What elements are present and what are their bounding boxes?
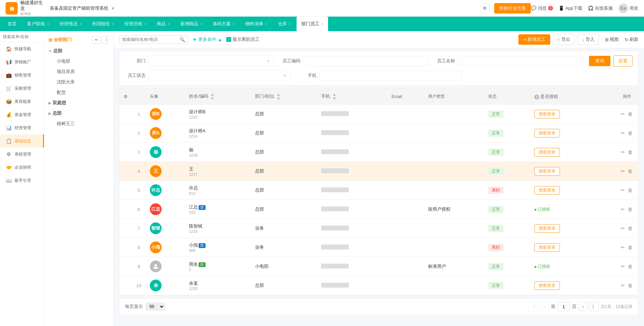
message-button[interactable]: 💬 消息 6 [531,5,553,11]
dept-edit-button[interactable]: ✏ [92,36,100,44]
delete-button[interactable]: 🗑 [628,245,633,250]
tab-barcode[interactable]: 条码方案× [208,17,240,31]
auth-button[interactable]: 授权登录 [534,148,560,157]
user-avatar[interactable]: Ea 用友 [618,3,638,13]
close-icon[interactable]: × [265,22,267,26]
tab-bom[interactable]: 物料清单× [241,17,272,31]
next-page-button[interactable]: › [579,302,588,311]
sort-arrows-dept[interactable]: ▲▼ [276,92,281,101]
delete-button[interactable]: 🗑 [628,264,633,269]
export-button[interactable]: ↑ 导出 [553,34,575,45]
delete-button[interactable]: 🗑 [628,187,633,193]
edit-button[interactable]: ✏ [621,111,625,117]
tab-profit[interactable]: 利润报告× [87,17,119,31]
delete-button[interactable]: 🗑 [628,206,633,212]
page-size-select[interactable]: 10 20 50 100 [146,303,165,310]
col-settings[interactable]: ⚙ [119,89,132,105]
edit-button[interactable]: ✏ [621,168,625,174]
tab-business[interactable]: 经营情况× [55,17,87,31]
search-input[interactable] [122,37,178,42]
add-employee-button[interactable]: + 新增员工 [518,34,550,45]
dept-item-project[interactable]: 项目库房 [44,67,113,77]
auth-button[interactable]: 授权登录 [534,129,560,138]
sidebar-item-basic[interactable]: 📋 基础信息 [0,134,44,148]
close-icon[interactable]: × [145,22,147,26]
dept-select[interactable]: ▼ [148,55,274,67]
close-icon[interactable]: × [80,22,82,26]
emp-name-input[interactable] [458,56,583,66]
settings-gear-button[interactable]: ⚙ [480,3,490,14]
delete-button[interactable]: 🗑 [628,168,633,174]
close-icon[interactable]: × [112,22,114,26]
refresh-button[interactable]: ↻ 刷新 [625,36,638,43]
delete-button[interactable]: 🗑 [628,111,633,117]
close-icon[interactable]: × [200,22,202,26]
trial-button[interactable]: 体验行业方案 [494,3,531,14]
edit-button[interactable]: ✏ [621,283,625,288]
dept-collapse-button[interactable]: 《 [101,36,109,44]
sidebar-item-finance[interactable]: 💰 资金管理 [0,108,44,121]
edit-button[interactable]: ✏ [621,187,625,193]
close-icon[interactable]: × [168,22,170,26]
edit-button[interactable]: ✏ [621,149,625,155]
tab-history[interactable]: 经营历程× [120,17,152,31]
set-button[interactable]: 设置 [613,55,633,67]
more-conditions-button[interactable]: ▼ 更多条件 ▲ [192,36,222,43]
delete-button[interactable]: 🗑 [628,226,633,231]
query-button[interactable]: 查询 [589,56,610,66]
sidebar-item-purchase[interactable]: 🛒 采购管理 [0,82,44,95]
app-download-button[interactable]: 📱 App下载 [559,5,582,11]
phone-input[interactable] [319,71,461,81]
import-button[interactable]: ↓ 导入 [578,34,599,45]
tab-warehouse[interactable]: 仓库× [273,17,296,31]
tab-home[interactable]: 首页 [3,17,21,31]
info-icon[interactable]: ℹ [534,95,539,99]
emp-code-input[interactable] [303,56,429,66]
close-icon[interactable]: × [47,22,49,26]
sidebar-item-inventory[interactable]: 📦 库存核算 [0,95,44,108]
first-page-button[interactable]: 《 [529,302,538,311]
sidebar-item-guide[interactable]: 📖 新手引导 [0,174,44,187]
sidebar-item-sales[interactable]: 💼 销售管理 [0,69,44,82]
show-resigned-checkbox[interactable]: ✓ 显示离职员工 [226,36,260,43]
edit-button[interactable]: ✏ [621,245,625,250]
dept-item-shenyang[interactable]: 沈阳大库 [44,77,113,87]
search-icon[interactable]: 🔍 [180,37,185,42]
online-service-button[interactable]: 🎧 在线客服 [588,5,613,11]
edit-button[interactable]: ✏ [621,226,625,231]
sidebar-item-collab[interactable]: 🤝 企业协同 [0,161,44,174]
sidebar-item-ops[interactable]: 📊 经营管理 [0,121,44,134]
auth-button[interactable]: 授权登录 [534,167,560,176]
tab-goods[interactable]: 商品× [152,17,175,31]
dept-group-shuangtingxiang[interactable]: ▶ 双庭想 [44,98,113,108]
sidebar-item-marketing[interactable]: 📢 营销推广 [0,55,44,69]
close-icon[interactable]: × [321,22,324,26]
delete-button[interactable]: 🗑 [628,283,633,288]
auth-button[interactable]: 授权登录 [534,281,560,290]
delete-button[interactable]: 🗑 [628,149,633,155]
edit-button[interactable]: ✏ [621,206,625,212]
page-number-input[interactable] [557,302,570,311]
view-button[interactable]: ⊞ 视图 [605,36,619,43]
title-dropdown-icon[interactable]: ▼ [111,6,115,10]
dept-item-zhishu[interactable]: 植树王三 [44,118,113,129]
close-icon[interactable]: × [233,22,235,26]
sort-arrows-phone[interactable]: ▲▼ [332,92,337,101]
tab-employees[interactable]: 部门员工× [297,17,328,31]
tab-customer[interactable]: 客户联络× [22,17,54,31]
emp-status-select[interactable]: ▼ [148,70,290,81]
last-page-button[interactable]: 》 [590,302,599,311]
sort-arrows-name[interactable]: ▲▼ [210,92,215,101]
auth-button[interactable]: 授权登录 [534,224,560,233]
prev-page-button[interactable]: ‹ [540,302,549,311]
auth-button[interactable]: 授权登录 [534,243,560,252]
auth-button[interactable]: 授权登录 [534,186,560,195]
dept-group-zongbu2[interactable]: ▶ 总部 [44,108,113,118]
dept-item-xiaodian[interactable]: 小电部 [44,56,113,67]
dept-item-peihuo[interactable]: 配货 [44,87,113,98]
delete-button[interactable]: 🗑 [628,130,633,136]
edit-button[interactable]: ✏ [621,130,625,136]
close-icon[interactable]: × [289,22,291,26]
auth-button[interactable]: 授权登录 [534,110,560,118]
dept-group-zongbu[interactable]: ▼ 总部 [44,46,113,56]
